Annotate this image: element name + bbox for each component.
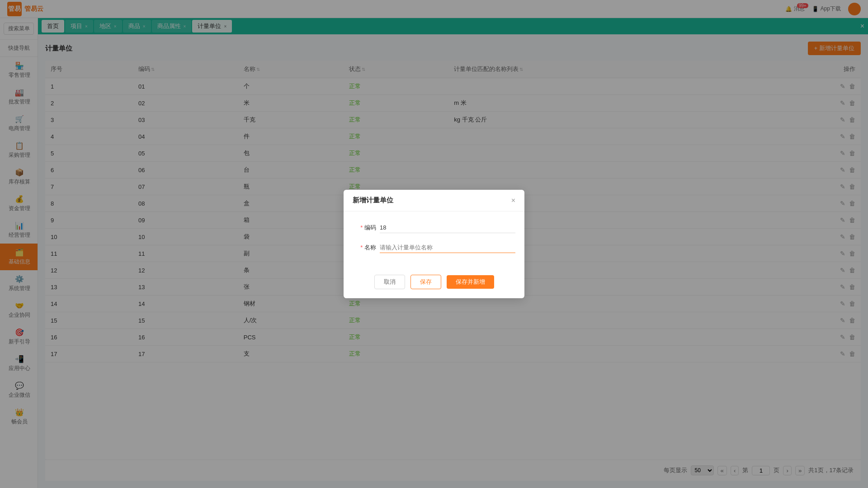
cancel-button[interactable]: 取消 — [374, 275, 405, 289]
modal-close-button[interactable]: × — [511, 197, 515, 205]
save-button[interactable]: 保存 — [410, 275, 441, 289]
code-required-mark: * — [360, 224, 363, 231]
save-and-new-button[interactable]: 保存并新增 — [447, 275, 494, 289]
name-input[interactable] — [380, 242, 515, 253]
modal-header: 新增计量单位 × — [344, 190, 524, 211]
add-unit-modal: 新增计量单位 × * 编码 * 名称 取消 保存 保存并新增 — [344, 190, 524, 298]
modal-body: * 编码 * 名称 — [344, 211, 524, 269]
name-required-mark: * — [360, 244, 363, 251]
modal-title: 新增计量单位 — [353, 196, 393, 205]
name-label: * 名称 — [353, 244, 380, 252]
code-form-row: * 编码 — [353, 222, 515, 233]
modal-footer: 取消 保存 保存并新增 — [344, 269, 524, 298]
modal-overlay[interactable]: 新增计量单位 × * 编码 * 名称 取消 保存 保存并新增 — [0, 0, 868, 488]
code-label: * 编码 — [353, 224, 380, 232]
name-form-row: * 名称 — [353, 242, 515, 253]
code-input[interactable] — [380, 222, 515, 233]
